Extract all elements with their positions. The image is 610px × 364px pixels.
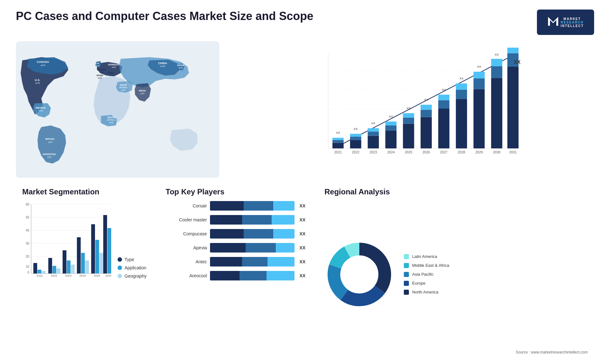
svg-text:XX: XX: [459, 77, 464, 80]
svg-rect-79: [456, 84, 467, 90]
svg-text:2031: 2031: [509, 150, 517, 154]
svg-text:xx%: xx%: [121, 89, 125, 91]
regional-section: Regional Analysis: [318, 184, 594, 358]
svg-text:2030: 2030: [493, 150, 501, 154]
svg-rect-94: [507, 48, 518, 53]
player-name-corsair: Corsair: [166, 203, 207, 208]
svg-rect-52: [368, 136, 379, 149]
legend-dot-geography: [118, 274, 122, 278]
svg-rect-87: [491, 78, 502, 148]
svg-rect-74: [438, 95, 449, 100]
svg-text:XX: XX: [495, 53, 499, 56]
legend-dot-north-america: [404, 290, 409, 295]
svg-text:CANADA: CANADA: [37, 60, 49, 64]
legend-dot-mea: [404, 263, 409, 268]
player-row-antec: Antec XX: [166, 257, 305, 266]
svg-text:2025: 2025: [94, 274, 100, 277]
svg-rect-92: [507, 67, 518, 148]
svg-text:xx%: xx%: [95, 65, 99, 67]
player-row-areocool: Areocool XX: [166, 271, 305, 280]
player-value-apevia: XX: [300, 245, 306, 250]
player-bar-corsair: [210, 201, 294, 211]
player-bar-compucase: [210, 229, 294, 239]
legend-label-north-america: North America: [412, 290, 438, 294]
svg-rect-135: [103, 215, 107, 273]
player-name-coolermaster: Cooler master: [166, 217, 207, 222]
svg-text:INDIA: INDIA: [139, 89, 146, 92]
svg-rect-49: [350, 134, 361, 137]
bottom-row: Market Segmentation 60 50 40 30 20 10 0: [16, 184, 594, 358]
svg-text:20: 20: [26, 255, 30, 258]
svg-text:CHINA: CHINA: [158, 62, 167, 65]
player-row-apevia: Apevia XX: [166, 243, 305, 253]
seg-bar-chart: 60 50 40 30 20 10 0: [22, 201, 111, 279]
bar-seg2: [246, 243, 276, 253]
svg-text:SAUDI: SAUDI: [120, 84, 127, 86]
svg-point-143: [342, 257, 377, 292]
svg-rect-89: [491, 59, 502, 66]
svg-text:SOUTH: SOUTH: [107, 116, 115, 118]
svg-text:10: 10: [26, 265, 30, 268]
bar-seg2: [242, 257, 268, 266]
svg-text:SPAIN: SPAIN: [97, 74, 103, 77]
legend-label-asia-pacific: Asia Pacific: [412, 272, 433, 277]
svg-text:XX: XX: [336, 131, 340, 134]
svg-text:2022: 2022: [352, 150, 360, 154]
svg-text:2025: 2025: [405, 150, 412, 154]
seg-legend: Type Application Geography: [118, 251, 146, 279]
bar-seg1: [210, 229, 244, 239]
svg-rect-47: [350, 140, 361, 148]
growth-chart-svg: XX 2021 XX 2022 XX 2023 XX 2024: [248, 48, 588, 165]
legend-dot-type: [118, 257, 122, 262]
svg-text:JAPAN: JAPAN: [177, 64, 184, 66]
bar-seg3: [276, 243, 294, 253]
svg-text:XX: XX: [477, 65, 481, 68]
player-bar-coolermaster: [210, 215, 294, 225]
svg-text:XX: XX: [442, 88, 446, 91]
logo-m-letter: [547, 16, 559, 29]
player-value-corsair: XX: [300, 203, 306, 208]
header: PC Cases and Computer Cases Market Size …: [16, 10, 594, 35]
svg-rect-127: [85, 260, 89, 273]
svg-rect-77: [456, 99, 467, 148]
player-name-apevia: Apevia: [166, 245, 207, 250]
regional-content: Latin America Middle East & Africa Asia …: [324, 201, 588, 347]
svg-text:2026: 2026: [105, 274, 111, 277]
svg-text:xx%: xx%: [38, 110, 43, 112]
legend-dot-application: [118, 266, 122, 270]
svg-text:BRAZIL: BRAZIL: [45, 138, 55, 140]
svg-text:XX: XX: [514, 59, 521, 65]
svg-text:50: 50: [26, 216, 30, 219]
svg-text:XX: XX: [354, 127, 358, 131]
svg-rect-123: [71, 265, 75, 273]
legend-dot-latin-america: [404, 254, 409, 259]
regional-legend: Latin America Middle East & Africa Asia …: [404, 254, 449, 295]
player-row-coolermaster: Cooler master XX: [166, 215, 305, 225]
svg-rect-43: [332, 140, 343, 143]
key-players-section: Top Key Players Corsair XX Cooler master…: [159, 184, 312, 358]
legend-item-application: Application: [118, 265, 146, 270]
svg-rect-64: [403, 113, 414, 118]
svg-rect-69: [421, 105, 432, 110]
svg-rect-48: [350, 137, 361, 140]
page-title: PC Cases and Computer Cases Market Size …: [16, 10, 313, 23]
svg-text:2027: 2027: [440, 150, 448, 154]
legend-label-mea: Middle East & Africa: [412, 263, 449, 268]
svg-text:2024: 2024: [387, 150, 395, 154]
svg-rect-131: [99, 253, 103, 273]
player-bar-antec: [210, 257, 294, 266]
svg-text:FRANCE: FRANCE: [97, 69, 106, 71]
svg-text:AFRICA: AFRICA: [107, 119, 115, 121]
legend-label-europe: Europe: [412, 281, 425, 286]
legend-item-europe: Europe: [404, 281, 449, 286]
svg-text:30: 30: [26, 242, 30, 245]
bar-seg1: [210, 243, 245, 253]
svg-rect-62: [403, 124, 414, 149]
svg-text:xx%: xx%: [112, 66, 116, 68]
svg-text:2028: 2028: [458, 150, 465, 154]
svg-rect-42: [332, 143, 343, 149]
svg-text:2021: 2021: [334, 150, 342, 154]
bar-seg3: [272, 215, 295, 225]
legend-item-latin-america: Latin America: [404, 254, 449, 259]
logo-line3: INTELLECT: [561, 24, 584, 28]
